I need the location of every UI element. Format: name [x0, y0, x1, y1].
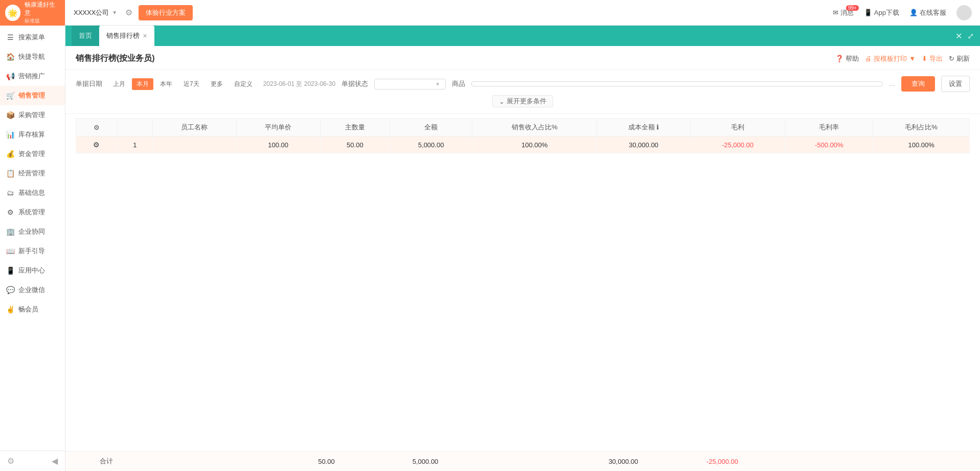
sidebar-item-sales[interactable]: 🛒销售管理 [0, 86, 65, 105]
date-tab-prev-month[interactable]: 上月 [108, 78, 130, 90]
sidebar-item-search-order[interactable]: ☰搜索菜单 [0, 28, 65, 47]
sidebar-icon-system: ⚙ [6, 208, 14, 216]
app-download-btn[interactable]: 📱 App下载 [864, 8, 899, 17]
sidebar-item-inventory[interactable]: 📊库存核算 [0, 125, 65, 144]
footer-sales-pct [475, 458, 574, 465]
date-tab-custom[interactable]: 自定义 [230, 78, 257, 90]
sidebar-icon-wechat: 💬 [6, 286, 14, 294]
sidebar-item-purchase[interactable]: 📦采购管理 [0, 105, 65, 125]
sidebar-label-marketing: 营销推广 [18, 72, 45, 81]
sidebar-icon-purchase: 📦 [6, 111, 14, 119]
filter-row-1: 单据日期 上月 本月 本年 近7天 更多 自定义 2023-06-01 至 20… [76, 76, 970, 92]
filter-bar: 单据日期 上月 本月 本年 近7天 更多 自定义 2023-06-01 至 20… [65, 70, 980, 114]
sidebar-item-system[interactable]: ⚙系统管理 [0, 203, 65, 222]
settings-gear-icon[interactable]: ⚙ [125, 8, 132, 17]
app-icon: 📱 [864, 9, 872, 16]
row-cost: 30,000.00 [597, 137, 690, 153]
sidebar-footer: ⚙ ◀ [0, 451, 65, 471]
col-settings[interactable]: ⚙ [76, 119, 118, 137]
print-arrow-icon: ▼ [909, 55, 916, 62]
sidebar-label-basic-info: 基础信息 [18, 188, 45, 197]
date-tab-more[interactable]: 更多 [206, 78, 227, 90]
footer-values: 50.00 5,000.00 30,000.00 -25,000.00 [178, 458, 970, 465]
date-tab-year[interactable]: 本年 [155, 78, 177, 90]
refresh-icon: ↻ [949, 55, 954, 62]
date-tab-7days[interactable]: 近7天 [179, 78, 204, 90]
col-cost: 成本全额 ℹ [597, 119, 690, 137]
table-footer: 合计 50.00 5,000.00 30,000.00 -25,000.00 [65, 451, 980, 471]
footer-gross-pct [871, 458, 970, 465]
query-btn[interactable]: 查询 [901, 76, 935, 92]
sidebar-item-enterprise[interactable]: 🏢企业协同 [0, 222, 65, 241]
avatar[interactable] [956, 5, 972, 20]
sidebar-label-guide: 新手引导 [18, 246, 45, 256]
company-selector[interactable]: XXXXX公司 ▼ [74, 8, 117, 17]
settings-icon[interactable]: ⚙ [7, 456, 14, 466]
sidebar-icon-guide: 📖 [6, 247, 14, 255]
date-tabs: 上月 本月 本年 近7天 更多 自定义 [108, 78, 257, 90]
topbar: XXXXX公司 ▼ ⚙ 体验行业方案 ✉ 消息 99+ 📱 App下载 👤 在线… [65, 0, 980, 26]
table-row: ⚙ 1 100.00 50.00 5,000.00 100.00% 30,000… [76, 137, 970, 153]
export-icon: ⬇ [922, 55, 927, 62]
sidebar-item-guide[interactable]: 📖新手引导 [0, 241, 65, 261]
sidebar-icon-sales: 🛒 [6, 92, 14, 100]
page-title: 销售排行榜(按业务员) [76, 53, 155, 64]
print-btn[interactable]: 🖨 按模板打印 ▼ [865, 54, 916, 63]
tab-sales-ranking-label: 销售排行榜 [106, 31, 140, 40]
filter-settings-btn[interactable]: 设置 [941, 76, 970, 92]
sidebar-icon-basic-info: 🗂 [6, 189, 14, 197]
message-btn[interactable]: ✉ 消息 99+ [833, 8, 854, 17]
expand-conditions-btn[interactable]: ⌄ 展开更多条件 [492, 95, 553, 107]
row-settings[interactable]: ⚙ [76, 137, 118, 153]
status-label: 单据状态 [341, 79, 368, 88]
row-main-qty: 50.00 [320, 137, 390, 153]
help-btn[interactable]: ❓ 帮助 [835, 54, 859, 63]
sidebar-item-app-center[interactable]: 📱应用中心 [0, 261, 65, 280]
sidebar-item-basic-info[interactable]: 🗂基础信息 [0, 183, 65, 203]
sidebar-label-operation: 经营管理 [18, 169, 45, 178]
row-rank: 1 [117, 137, 152, 153]
collapse-icon[interactable]: ◀ [52, 456, 58, 466]
col-name: 员工名称 [152, 119, 236, 137]
print-icon: 🖨 [865, 55, 872, 62]
sidebar-label-wechat: 企业微信 [18, 285, 45, 295]
row-gross-rate: -500.00% [785, 137, 873, 153]
sidebar-icon-inventory: 📊 [6, 130, 14, 139]
col-gross-rate: 毛利率 [785, 119, 873, 137]
goods-input[interactable] [471, 81, 883, 86]
trial-btn[interactable]: 体验行业方案 [139, 5, 193, 20]
logo-text: 畅康通好生意 标准版 [25, 1, 60, 24]
export-btn[interactable]: ⬇ 导出 [922, 54, 943, 63]
help-icon: ❓ [835, 55, 844, 62]
tab-close-icon[interactable]: ✕ [143, 33, 147, 39]
online-service-btn[interactable]: 👤 在线客服 [909, 8, 946, 17]
sidebar-label-app-center: 应用中心 [18, 266, 45, 275]
status-select[interactable]: ▼ [374, 79, 446, 89]
more-conditions-icon[interactable]: … [889, 80, 895, 87]
sidebar-item-marketing[interactable]: 📢营销推广 [0, 66, 65, 86]
sidebar-item-wechat[interactable]: 💬企业微信 [0, 280, 65, 300]
expand-row: ⌄ 展开更多条件 [76, 92, 970, 109]
col-main-qty: 主数量 [320, 119, 390, 137]
tab-sales-ranking[interactable]: 销售排行榜 ✕ [99, 26, 154, 46]
table-wrapper: ⚙ 员工名称 平均单价 主数量 全额 销售收入占比% 成本全额 ℹ 毛利 毛利率… [65, 114, 980, 451]
sidebar-label-search-order: 搜索菜单 [18, 33, 45, 42]
expand-icon[interactable]: ⤢ [967, 31, 974, 41]
row-gross: -25,000.00 [690, 137, 785, 153]
tab-home[interactable]: 首页 [72, 26, 99, 46]
topbar-right: ✉ 消息 99+ 📱 App下载 👤 在线客服 [833, 5, 972, 20]
sidebar-item-operation[interactable]: 📋经营管理 [0, 164, 65, 183]
col-gross-pct: 毛利占比% [873, 119, 970, 137]
sidebar-label-sales: 销售管理 [18, 91, 45, 100]
date-tab-current-month[interactable]: 本月 [132, 78, 153, 90]
sidebar-item-finance[interactable]: 💰资金管理 [0, 144, 65, 164]
close-all-icon[interactable]: ✕ [955, 31, 962, 41]
sidebar-item-member[interactable]: ✌畅会员 [0, 300, 65, 319]
sidebar-label-inventory: 库存核算 [18, 130, 45, 139]
sidebar-label-quick-nav: 快捷导航 [18, 52, 45, 61]
footer-gross: -25,000.00 [673, 458, 772, 465]
sidebar-icon-finance: 💰 [6, 150, 14, 158]
refresh-btn[interactable]: ↻ 刷新 [949, 54, 970, 63]
sidebar-item-quick-nav[interactable]: 🏠快捷导航 [0, 47, 65, 66]
sidebar-icon-member: ✌ [6, 305, 14, 313]
